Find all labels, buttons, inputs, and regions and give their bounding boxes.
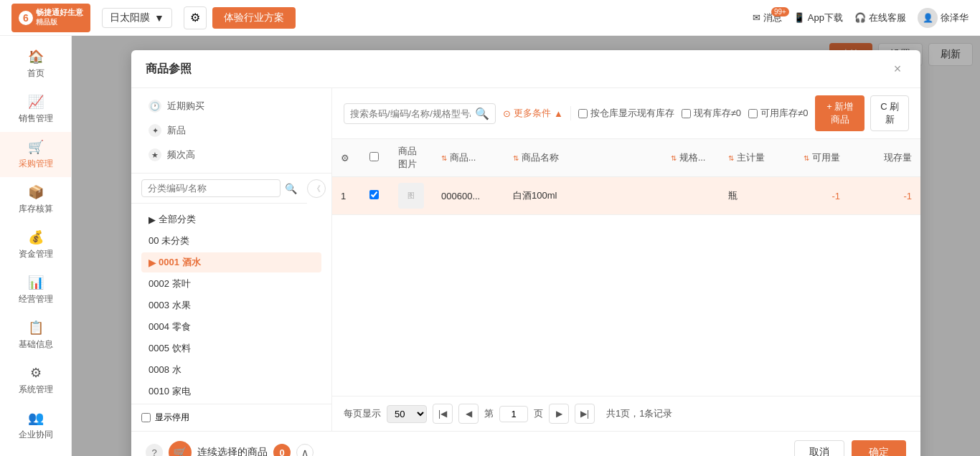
left-tab-recent[interactable]: 🕐 近期购买 bbox=[141, 95, 321, 117]
modal-footer-right: 取消 确定 bbox=[794, 440, 906, 456]
sort-name-icon: ⇅ bbox=[513, 154, 519, 162]
online-service[interactable]: 🎧 在线客服 bbox=[854, 11, 906, 24]
col-spec-header[interactable]: ⇅ 规格... bbox=[662, 139, 720, 177]
app-download[interactable]: 📱 App下载 bbox=[793, 11, 843, 24]
left-tab-frequent[interactable]: ★ 频次高 bbox=[141, 144, 321, 166]
sort-avail-icon: ⇅ bbox=[804, 154, 809, 162]
current-stock-checkbox-label[interactable]: 现有库存≠0 bbox=[682, 107, 741, 120]
left-tab-new[interactable]: ✦ 新品 bbox=[141, 120, 321, 141]
sidebar-item-corp[interactable]: 👥 企业协同 bbox=[0, 403, 71, 448]
warehouse-stock-label: 按仓库显示现有库存 bbox=[590, 107, 674, 120]
row-spec bbox=[662, 177, 720, 215]
table-pagination: 每页显示 50 100 200 |◀ ◀ 第 页 ▶ bbox=[332, 396, 920, 431]
sidebar-item-home[interactable]: 🏠 首页 bbox=[0, 42, 71, 87]
refresh-btn[interactable]: C 刷新 bbox=[870, 95, 909, 131]
tree-0004[interactable]: 0004 零食 bbox=[141, 317, 321, 337]
sidebar-label-home: 首页 bbox=[27, 67, 44, 80]
current-stock-checkbox[interactable] bbox=[682, 109, 691, 118]
product-search-box: 🔍 bbox=[344, 103, 496, 124]
row-num: 1 bbox=[332, 177, 361, 215]
col-unit-header[interactable]: ⇅ 主计量 bbox=[720, 139, 777, 177]
modal-toolbar-right: + 新增商品 C 刷新 bbox=[815, 95, 909, 131]
sidebar-item-guide[interactable]: 🌟 新手引导 bbox=[0, 448, 71, 456]
panel-collapse-btn[interactable]: 《 bbox=[307, 179, 326, 198]
next-page-btn[interactable]: ▶ bbox=[549, 404, 569, 424]
modal-close-btn[interactable]: × bbox=[889, 60, 906, 77]
show-disabled-checkbox[interactable] bbox=[141, 413, 151, 422]
tree-0001-arrow: ▶ bbox=[149, 257, 156, 268]
cart-btn[interactable]: 🛒 bbox=[169, 441, 192, 456]
category-search-input[interactable] bbox=[141, 179, 281, 197]
tree-0003[interactable]: 0003 水果 bbox=[141, 295, 321, 315]
category-search-icon[interactable]: 🔍 bbox=[285, 183, 297, 194]
help-icon[interactable]: ? bbox=[146, 444, 163, 456]
filter-btn[interactable]: ⊙ 更多条件 ▲ bbox=[503, 107, 563, 120]
tree-0008[interactable]: 0008 水 bbox=[141, 360, 321, 380]
tree-all-label: 全部分类 bbox=[159, 213, 196, 226]
table-row[interactable]: 1 图 000600... 白酒100ml 瓶 bbox=[332, 177, 920, 215]
product-reference-modal: 商品参照 × 🕐 近期购买 ✦ 新 bbox=[131, 50, 920, 456]
product-search-icon[interactable]: 🔍 bbox=[475, 107, 489, 120]
footer-collapse-btn[interactable]: ∧ bbox=[296, 444, 314, 456]
trial-btn[interactable]: 体验行业方案 bbox=[212, 7, 296, 29]
page-info: 共1页，1条记录 bbox=[606, 407, 672, 420]
add-product-btn[interactable]: + 新增商品 bbox=[815, 95, 864, 131]
tree-all[interactable]: ▶ 全部分类 bbox=[141, 209, 321, 229]
sidebar-item-business[interactable]: 📊 经营管理 bbox=[0, 267, 71, 313]
sidebar-label-sales: 销售管理 bbox=[19, 113, 53, 125]
prev-page-btn[interactable]: ◀ bbox=[458, 404, 479, 424]
first-page-btn[interactable]: |◀ bbox=[433, 404, 453, 424]
select-all-checkbox[interactable] bbox=[369, 152, 379, 161]
col-avail-header[interactable]: ⇅ 可用量 bbox=[777, 139, 849, 177]
row-checkbox-cell[interactable] bbox=[361, 177, 390, 215]
sidebar-label-corp: 企业协同 bbox=[19, 429, 53, 441]
frequent-icon: ★ bbox=[149, 148, 161, 161]
col-name-label: 商品名称 bbox=[522, 152, 559, 163]
sidebar-item-finance[interactable]: 💰 资金管理 bbox=[0, 222, 71, 267]
tree-uncat[interactable]: 00 未分类 bbox=[141, 231, 321, 251]
page-number-input[interactable] bbox=[499, 406, 528, 422]
sidebar-item-sales[interactable]: 📈 销售管理 bbox=[0, 87, 71, 132]
sidebar-item-basic[interactable]: 📋 基础信息 bbox=[0, 313, 71, 358]
purchase-icon: 🛒 bbox=[28, 139, 44, 155]
sidebar-item-purchase[interactable]: 🛒 采购管理 bbox=[0, 132, 71, 177]
col-settings[interactable]: ⚙ bbox=[332, 139, 361, 177]
avail-stock-checkbox[interactable] bbox=[748, 109, 758, 118]
warehouse-stock-checkbox[interactable] bbox=[578, 109, 588, 118]
tree-0005[interactable]: 0005 饮料 bbox=[141, 338, 321, 358]
logo-sub: 精品版 bbox=[36, 17, 83, 27]
tree-all-arrow: ▶ bbox=[149, 214, 156, 225]
col-name-header[interactable]: ⇅ 商品名称 bbox=[504, 139, 662, 177]
logo: 6 畅捷通好生意 精品版 bbox=[11, 4, 90, 32]
sidebar-item-system[interactable]: ⚙ 系统管理 bbox=[0, 358, 71, 403]
warehouse-stock-checkbox-label[interactable]: 按仓库显示现有库存 bbox=[578, 107, 674, 120]
col-checkbox-header[interactable] bbox=[361, 139, 390, 177]
tree-0010[interactable]: 0010 家电 bbox=[141, 381, 321, 402]
product-search-input[interactable] bbox=[350, 108, 471, 119]
col-code-header[interactable]: ⇅ 商品... bbox=[433, 139, 504, 177]
new-icon: ✦ bbox=[149, 124, 161, 137]
confirm-btn[interactable]: 确定 bbox=[852, 440, 906, 456]
settings-icon[interactable]: ⚙ bbox=[184, 6, 207, 29]
store-dropdown[interactable]: 日太阳膜 ▼ bbox=[102, 8, 172, 28]
last-page-btn[interactable]: ▶| bbox=[575, 404, 595, 424]
sort-icon: ⇅ bbox=[441, 154, 447, 162]
sidebar-item-inventory[interactable]: 📦 库存核算 bbox=[0, 177, 71, 222]
tree-0002[interactable]: 0002 茶叶 bbox=[141, 274, 321, 294]
top-nav: 6 畅捷通好生意 精品版 日太阳膜 ▼ ⚙ 体验行业方案 ✉ 消息 99+ 📱 … bbox=[0, 0, 980, 36]
sidebar-label-finance: 资金管理 bbox=[19, 248, 53, 260]
message-badge[interactable]: ✉ 消息 99+ bbox=[753, 11, 782, 24]
category-search: 🔍 bbox=[131, 174, 307, 204]
dropdown-arrow-icon: ▼ bbox=[154, 12, 164, 24]
basic-icon: 📋 bbox=[28, 320, 44, 336]
tree-0008-label: 0008 水 bbox=[149, 364, 182, 376]
cancel-btn[interactable]: 取消 bbox=[794, 440, 844, 456]
tree-0001[interactable]: ▶ 0001 酒水 bbox=[141, 252, 321, 272]
user-profile[interactable]: 👤 徐泽华 bbox=[918, 8, 969, 28]
avail-stock-checkbox-label[interactable]: 可用库存≠0 bbox=[748, 107, 808, 120]
modal-header: 商品参照 × bbox=[131, 50, 920, 88]
modal-toolbar: 🔍 ⊙ 更多条件 ▲ 按仓库显示现有库存 bbox=[332, 88, 920, 139]
page-size-select[interactable]: 50 100 200 bbox=[387, 405, 427, 423]
row-checkbox[interactable] bbox=[369, 190, 379, 199]
row-avail: -1 bbox=[777, 177, 849, 215]
